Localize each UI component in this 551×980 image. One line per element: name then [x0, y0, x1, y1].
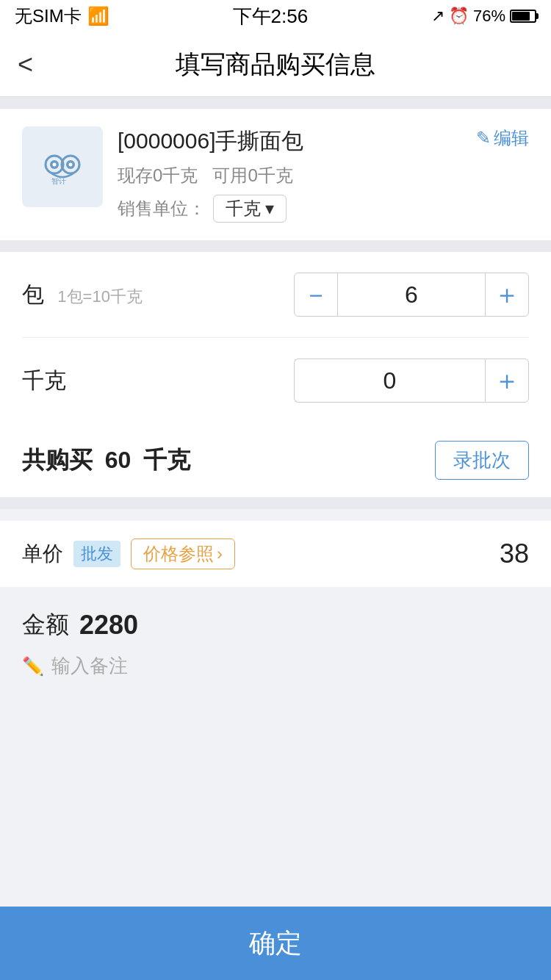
mid-divider-1 [0, 240, 551, 252]
edit-button[interactable]: ✎ 编辑 [476, 126, 529, 150]
wifi-icon: 📶 [87, 6, 109, 26]
status-left: 无SIM卡 📶 [15, 4, 109, 28]
edit-icon: ✎ [476, 128, 491, 148]
svg-point-5 [69, 163, 73, 167]
svg-point-4 [53, 163, 57, 167]
product-info: [0000006]手撕面包 ✎ 编辑 现存0千克 可用0千克 销售单位： 千克 … [118, 126, 529, 223]
bao-sublabel: 1包=10千克 [57, 287, 143, 306]
price-value: 38 [500, 538, 529, 569]
kg-qty-control: 0 ＋ [294, 359, 529, 403]
amount-row: 金额 2280 [22, 609, 529, 641]
bao-input[interactable]: 6 [338, 273, 485, 317]
bao-qty-control: － 6 ＋ [294, 273, 529, 317]
price-tag-batch: 批发 [73, 541, 120, 567]
total-section: 共购买 60 千克 录批次 [0, 423, 551, 497]
amount-section: 金额 2280 ✏️ 输入备注 [0, 587, 551, 693]
amount-value: 2280 [79, 610, 138, 641]
nav-bar: < 填写商品购买信息 [0, 32, 551, 97]
confirm-bar[interactable]: 确定 [0, 907, 551, 980]
bao-section: 包 1包=10千克 － 6 ＋ 千克 0 ＋ [0, 252, 551, 423]
total-amount: 60 [105, 447, 132, 473]
mid-divider-2 [0, 497, 551, 509]
product-name: [0000006]手撕面包 [118, 126, 303, 156]
status-time: 下午2:56 [233, 4, 309, 29]
kg-input[interactable]: 0 [294, 359, 485, 403]
bao-plus-button[interactable]: ＋ [485, 273, 529, 317]
kg-label: 千克 [22, 366, 294, 396]
remark-text[interactable]: 输入备注 [51, 653, 128, 679]
kg-row: 千克 0 ＋ [22, 338, 529, 423]
product-unit: 销售单位： 千克 ▾ [118, 195, 529, 223]
confirm-button[interactable]: 确定 [249, 926, 302, 962]
back-button[interactable]: < [18, 49, 33, 80]
battery-icon [510, 10, 536, 23]
alarm-icon: ⏰ [449, 7, 469, 26]
batch-button[interactable]: 录批次 [435, 441, 529, 480]
bao-label: 包 1包=10千克 [22, 280, 294, 310]
price-label: 单价 [22, 540, 63, 568]
product-stock: 现存0千克 可用0千克 [118, 164, 529, 187]
page-title: 填写商品购买信息 [176, 48, 375, 82]
empty-area [0, 693, 551, 914]
status-bar: 无SIM卡 📶 下午2:56 ↗ ⏰ 76% [0, 0, 551, 32]
status-right: ↗ ⏰ 76% [431, 7, 536, 26]
battery-percent: 76% [473, 7, 505, 26]
remark-row[interactable]: ✏️ 输入备注 [22, 653, 529, 679]
total-text: 共购买 60 千克 [22, 444, 190, 477]
carrier-text: 无SIM卡 [15, 4, 82, 28]
product-logo: 智计 [37, 148, 88, 185]
price-ref-chevron: › [217, 544, 223, 564]
chevron-down-icon: ▾ [265, 198, 274, 219]
location-icon: ↗ [431, 7, 444, 26]
bao-minus-button[interactable]: － [294, 273, 338, 317]
pencil-icon: ✏️ [22, 656, 44, 677]
kg-plus-button[interactable]: ＋ [485, 359, 529, 403]
price-ref-button[interactable]: 价格参照 › [131, 538, 235, 569]
bao-row: 包 1包=10千克 － 6 ＋ [22, 252, 529, 338]
svg-text:智计: 智计 [51, 177, 66, 185]
unit-select[interactable]: 千克 ▾ [213, 195, 287, 223]
product-image: 智计 [22, 126, 103, 207]
product-section: 智计 [0000006]手撕面包 ✎ 编辑 现存0千克 可用0千克 销售单位： … [0, 109, 551, 240]
amount-label: 金额 [22, 609, 69, 641]
price-section: 单价 批发 价格参照 › 38 [0, 521, 551, 587]
top-divider [0, 97, 551, 109]
